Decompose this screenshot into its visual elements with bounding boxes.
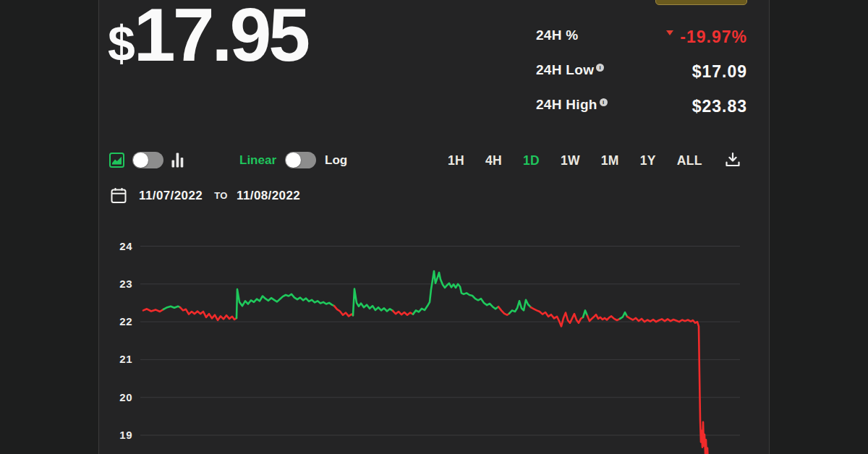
price-line-segment-up: [620, 312, 627, 319]
price-line-segment-down: [587, 314, 620, 321]
price-line-segment-up: [163, 307, 180, 309]
price-line-segment-down: [143, 309, 163, 312]
price-line-chart: [99, 0, 770, 454]
price-line-segment-down: [334, 306, 353, 316]
price-line-segment-down: [180, 307, 237, 320]
price-line-segment-up: [413, 271, 498, 314]
price-line-segment-down: [393, 311, 413, 315]
price-line-segment-up: [509, 300, 531, 314]
price-chart-panel: $17.95 24H % -19.97% 24H Lowi $17.09 24H…: [0, 0, 868, 454]
price-line-segment-up: [353, 289, 393, 316]
panel-content: $17.95 24H % -19.97% 24H Lowi $17.09 24H…: [98, 0, 770, 454]
price-line-segment-down: [498, 307, 509, 315]
price-line-segment-down: [531, 307, 583, 326]
price-line-segment-up: [237, 289, 334, 318]
price-line-segment-down: [627, 317, 712, 454]
